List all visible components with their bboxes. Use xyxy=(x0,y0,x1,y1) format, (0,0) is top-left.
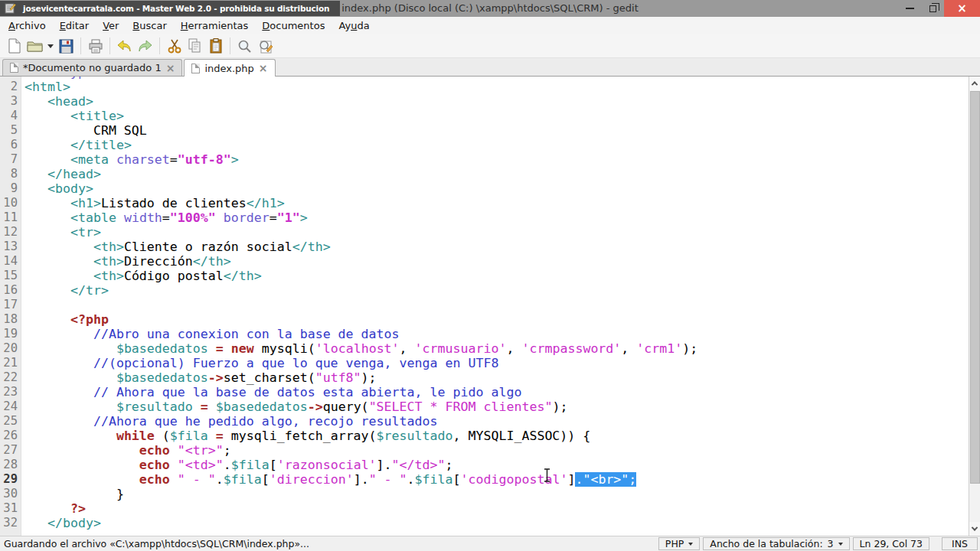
code-line-30[interactable]: 30 } xyxy=(0,487,969,501)
line-number: 18 xyxy=(0,312,21,327)
code-line-22[interactable]: 22 $basededatos->set_charset("utf8"); xyxy=(0,370,969,385)
tab-documento-no-guardado[interactable]: *Documento no guardado 1 × xyxy=(2,59,182,76)
code-line-24[interactable]: 24 $resultado = $basededatos->query("SEL… xyxy=(0,399,969,414)
code-text: <th>Cliente o razón social</th> xyxy=(24,240,331,254)
cut-button[interactable] xyxy=(164,36,185,56)
tab-index-php[interactable]: index.php × xyxy=(184,59,275,77)
code-line-7[interactable]: 7 <meta charset="utf-8"> xyxy=(0,152,969,167)
close-button[interactable]: × xyxy=(944,0,980,17)
open-button[interactable] xyxy=(24,36,45,56)
language-selector[interactable]: PHP xyxy=(658,537,700,550)
code-line-29[interactable]: 29 echo " - ".$fila['direccion']." - ".$… xyxy=(0,472,969,487)
menu-item-ver[interactable]: Ver xyxy=(96,18,126,33)
code-line-16[interactable]: 16 </tr> xyxy=(0,283,969,298)
code-line-5[interactable]: 5 CRM SQL xyxy=(0,123,969,138)
line-number: 25 xyxy=(0,414,21,429)
code-text: // Ahora que la base de datos esta abier… xyxy=(24,385,521,399)
cut-scissors-icon xyxy=(168,39,181,54)
line-number: 28 xyxy=(0,458,21,472)
menu-item-archivo[interactable]: Archivo xyxy=(2,18,53,33)
code-text: <table width="100%" border="1"> xyxy=(24,210,308,225)
code-text: <head> xyxy=(24,94,93,109)
scrollbar-track[interactable] xyxy=(969,90,980,522)
code-line-27[interactable]: 27 echo "<tr>"; xyxy=(0,443,969,458)
redo-arrow-icon xyxy=(137,39,153,53)
line-number: 17 xyxy=(0,298,21,312)
tab-close-icon[interactable]: × xyxy=(259,64,268,73)
code-line-14[interactable]: 14 <th>Dirección</th> xyxy=(0,254,969,269)
code-line-9[interactable]: 9 <body> xyxy=(0,181,969,196)
line-number: 8 xyxy=(0,167,21,181)
print-button[interactable] xyxy=(85,36,106,56)
line-number: 9 xyxy=(0,181,21,196)
menu-item-buscar[interactable]: Buscar xyxy=(126,18,173,33)
open-dropdown-button[interactable] xyxy=(45,36,56,56)
find-button[interactable] xyxy=(234,36,255,56)
find-replace-button[interactable] xyxy=(255,36,276,56)
code-line-6[interactable]: 6 </title> xyxy=(0,138,969,152)
menu-item-editar[interactable]: Editar xyxy=(53,18,96,33)
code-lines: 1<!doctype html>2<html>3 <head>4 <title>… xyxy=(0,77,969,530)
line-number: 31 xyxy=(0,501,21,516)
code-text: //Abro una conexion con la base de datos xyxy=(24,327,400,341)
code-line-15[interactable]: 15 <th>Código postal</th> xyxy=(0,269,969,283)
paste-button[interactable] xyxy=(205,36,226,56)
undo-arrow-icon xyxy=(116,39,132,53)
code-line-19[interactable]: 19 //Abro una conexion con la base de da… xyxy=(0,327,969,341)
new-document-button[interactable] xyxy=(4,36,24,56)
code-text: $basededatos->set_charset("utf8"); xyxy=(24,370,377,385)
watermark-strip: josevicentecarratala.com - Master Web 2.… xyxy=(0,1,340,16)
scroll-up-button[interactable] xyxy=(969,77,980,90)
minimize-button[interactable] xyxy=(898,0,921,17)
code-line-28[interactable]: 28 echo "<td>".$fila['razonsocial']."</t… xyxy=(0,458,969,472)
code-line-2[interactable]: 2<html> xyxy=(0,80,969,94)
code-line-17[interactable]: 17 xyxy=(0,298,969,312)
code-line-8[interactable]: 8 </head> xyxy=(0,167,969,181)
code-text: ?> xyxy=(24,501,86,516)
code-line-31[interactable]: 31 ?> xyxy=(0,501,969,516)
tab-close-icon[interactable]: × xyxy=(166,64,175,73)
menu-item-documentos[interactable]: Documentos xyxy=(255,18,332,33)
code-line-26[interactable]: 26 while ($fila = mysqli_fetch_array($re… xyxy=(0,429,969,443)
code-line-3[interactable]: 3 <head> xyxy=(0,94,969,109)
code-line-10[interactable]: 10 <h1>Listado de clientes</h1> xyxy=(0,196,969,210)
code-line-21[interactable]: 21 //(opcional) Fuerzo a que lo que veng… xyxy=(0,356,969,370)
line-number: 30 xyxy=(0,487,21,501)
restore-button[interactable] xyxy=(921,0,944,17)
menu-item-herramientas[interactable]: Herramientas xyxy=(174,18,256,33)
code-area[interactable]: 1<!doctype html>2<html>3 <head>4 <title>… xyxy=(0,77,969,536)
code-line-32[interactable]: 32 </body> xyxy=(0,516,969,530)
code-line-20[interactable]: 20 $basededatos = new mysqli('localhost'… xyxy=(0,341,969,356)
line-number: 24 xyxy=(0,399,21,414)
chevron-down-icon xyxy=(972,524,978,530)
tab-width-selector[interactable]: Ancho de la tabulación: 3 xyxy=(703,537,849,550)
copy-button[interactable] xyxy=(185,36,205,56)
code-text: $basededatos = new mysqli('localhost', '… xyxy=(24,341,697,356)
line-number: 4 xyxy=(0,109,21,123)
code-line-18[interactable]: 18 <?php xyxy=(0,312,969,327)
line-number: 15 xyxy=(0,269,21,283)
code-line-12[interactable]: 12 <tr> xyxy=(0,225,969,240)
redo-button[interactable] xyxy=(135,36,155,56)
scrollbar-thumb[interactable] xyxy=(970,91,980,484)
cursor-position: Ln 29, Col 73 xyxy=(853,537,929,550)
menu-item-ayuda[interactable]: Ayuda xyxy=(332,18,376,33)
code-line-25[interactable]: 25 //Ahora que he pedido algo, recojo re… xyxy=(0,414,969,429)
scroll-down-button[interactable] xyxy=(969,522,980,536)
code-line-13[interactable]: 13 <th>Cliente o razón social</th> xyxy=(0,240,969,254)
vertical-scrollbar[interactable] xyxy=(969,77,980,536)
code-line-4[interactable]: 4 <title> xyxy=(0,109,969,123)
line-number: 21 xyxy=(0,356,21,370)
code-text: </tr> xyxy=(24,283,109,298)
menu-bar: ArchivoEditarVerBuscarHerramientasDocume… xyxy=(0,17,980,34)
code-line-23[interactable]: 23 // Ahora que la base de datos esta ab… xyxy=(0,385,969,399)
line-number: 29 xyxy=(0,472,21,487)
undo-button[interactable] xyxy=(114,36,135,56)
save-button[interactable] xyxy=(56,36,77,56)
code-text: <h1>Listado de clientes</h1> xyxy=(24,196,285,210)
tab-label: index.php xyxy=(204,63,253,74)
copy-icon xyxy=(188,38,202,54)
status-message: Guardando el archivo «C:\xampp\htdocs\SQ… xyxy=(0,538,655,549)
line-number: 22 xyxy=(0,370,21,385)
code-line-11[interactable]: 11 <table width="100%" border="1"> xyxy=(0,210,969,225)
